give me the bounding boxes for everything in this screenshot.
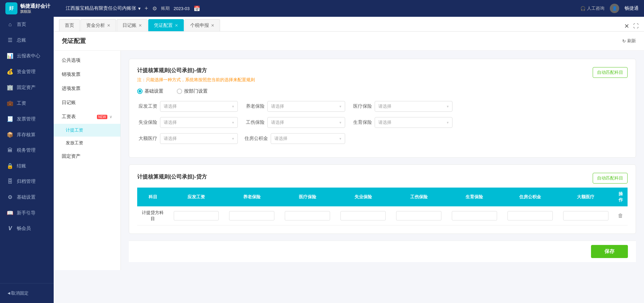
sidebar-item-settings[interactable]: ⚙ 基础设置: [0, 189, 54, 205]
field-maternity: 生育保险 请选择 ▾: [352, 117, 452, 128]
input-medical[interactable]: [285, 211, 330, 220]
cell-injury-input[interactable]: [391, 206, 447, 225]
support-label: 人工咨询: [587, 5, 604, 11]
two-panel: 公共选项 销项发票 进项发票 日记账 工资表 NEW: [54, 51, 644, 270]
tab-journal[interactable]: 日记账 ✕: [117, 19, 148, 31]
sidebar-item-salary[interactable]: 💼 工资: [0, 95, 54, 111]
sidebar-item-close[interactable]: 🔒 结账: [0, 158, 54, 174]
col-subject: 科目: [137, 188, 168, 206]
input-housing[interactable]: [507, 211, 553, 220]
select-housing-fund[interactable]: 请选择 ▾: [271, 133, 345, 144]
tab-home[interactable]: 首页: [59, 19, 80, 31]
radio-basic-dot: [137, 89, 143, 94]
select-medical[interactable]: 请选择 ▾: [375, 101, 452, 112]
sidebar-item-archive[interactable]: 🗄 归档管理: [0, 174, 54, 189]
add-icon[interactable]: +: [145, 5, 148, 12]
save-button[interactable]: 保存: [591, 245, 628, 258]
select-salary[interactable]: 请选择 ▾: [160, 101, 238, 112]
field-injury: 工伤保险 请选择 ▾: [245, 117, 345, 128]
left-menu-salary-table-label: 工资表: [62, 114, 76, 120]
cell-housing-input[interactable]: [502, 206, 558, 225]
input-large-medical[interactable]: [563, 211, 608, 220]
fullscreen-icon[interactable]: ⛶: [633, 23, 639, 29]
left-menu-calc-salary[interactable]: 计提工资: [54, 124, 120, 137]
tab-journal-close[interactable]: ✕: [139, 23, 142, 28]
logo-area: 好 畅捷通好会计 旗舰版: [5, 2, 59, 14]
field-housing-fund: 住房公积金 请选择 ▾: [245, 133, 345, 144]
tab-bar: 首页 资金分析 ✕ 日记账 ✕ 凭证配置 ✕ 个税申报 ✕ ✕ ⛶: [54, 17, 644, 32]
sidebar-item-vip[interactable]: V 畅会员: [0, 221, 54, 236]
tab-capital[interactable]: 资金分析 ✕: [80, 19, 116, 31]
app-edition: 旗舰版: [20, 9, 50, 14]
col-maternity: 生育保险: [446, 188, 502, 206]
select-maternity[interactable]: 请选择 ▾: [375, 117, 452, 128]
radio-dept[interactable]: 按部门设置: [177, 88, 208, 94]
sidebar-item-inventory[interactable]: 📦 库存核算: [0, 127, 54, 143]
tab-voucher-close[interactable]: ✕: [175, 23, 178, 28]
left-menu-salary-table[interactable]: 工资表 NEW ∨: [54, 110, 120, 124]
input-unemployment[interactable]: [340, 211, 386, 220]
left-panel: 公共选项 销项发票 进项发票 日记账 工资表 NEW: [54, 51, 121, 270]
label-maternity: 生育保险: [352, 119, 372, 125]
select-pension[interactable]: 请选择 ▾: [267, 101, 345, 112]
left-menu-fixed-assets[interactable]: 固定资产: [54, 149, 120, 163]
sidebar-item-tax[interactable]: 🏛 税务管理: [0, 143, 54, 158]
select-unemployment-arrow: ▾: [232, 120, 234, 125]
credit-auto-match-btn[interactable]: 自动匹配科目: [593, 173, 628, 184]
left-menu-public-label: 公共选项: [62, 57, 80, 63]
sidebar-item-home[interactable]: ⌂ 首页: [0, 17, 54, 32]
input-maternity[interactable]: [452, 211, 497, 220]
support-btn[interactable]: 🎧 人工咨询: [580, 5, 604, 11]
debit-auto-match-btn[interactable]: 自动匹配科目: [593, 67, 628, 78]
radio-basic[interactable]: 基础设置: [137, 88, 163, 94]
tab-capital-close[interactable]: ✕: [107, 23, 110, 28]
content-area: 首页 资金分析 ✕ 日记账 ✕ 凭证配置 ✕ 个税申报 ✕ ✕ ⛶: [54, 17, 644, 303]
company-selector[interactable]: 江西服宝精品有限责任公司内账张 ▾: [66, 5, 141, 11]
settings-icon[interactable]: ⚙: [152, 5, 157, 12]
left-menu-journal[interactable]: 日记账: [54, 96, 120, 110]
sidebar-item-ledger[interactable]: ☰ 总账: [0, 32, 54, 48]
input-pension[interactable]: [229, 211, 274, 220]
cell-large-medical-input[interactable]: [558, 206, 613, 225]
avatar[interactable]: 👤: [610, 4, 619, 13]
select-unemployment[interactable]: 请选择 ▾: [160, 117, 238, 128]
left-menu-purchase[interactable]: 进项发票: [54, 82, 120, 96]
top-bar-center: 江西服宝精品有限责任公司内账张 ▾ + ⚙ 账期 2023-03 📅: [59, 5, 580, 12]
sidebar-item-guide[interactable]: 📖 新手引导: [0, 205, 54, 221]
cell-pension-input[interactable]: [224, 206, 280, 225]
cell-delete[interactable]: 🗑: [613, 206, 628, 225]
cell-salary-input[interactable]: [168, 206, 224, 225]
select-large-medical[interactable]: 请选择 ▾: [160, 133, 238, 144]
tab-capital-label: 资金分析: [86, 22, 105, 29]
cell-unemployment-input[interactable]: [335, 206, 391, 225]
tab-close-icon[interactable]: ✕: [624, 22, 629, 30]
sidebar-item-invoice[interactable]: 🧾 发票管理: [0, 111, 54, 127]
sidebar-label-guide: 新手引导: [17, 210, 36, 216]
sidebar-label-home: 首页: [17, 21, 26, 28]
cell-medical-input[interactable]: [280, 206, 335, 225]
input-salary[interactable]: [174, 211, 219, 220]
table-row: 计提贷方科目 🗑: [137, 206, 628, 225]
sidebar-item-reports[interactable]: 📊 云报表中心: [0, 48, 54, 64]
tab-bar-actions: ✕ ⛶: [624, 22, 639, 31]
select-injury[interactable]: 请选择 ▾: [267, 117, 345, 128]
cancel-fixed-btn[interactable]: ◄取消固定: [0, 287, 54, 300]
headset-icon: 🎧: [580, 6, 586, 11]
cell-maternity-input[interactable]: [446, 206, 502, 225]
username: 畅捷通: [625, 5, 639, 11]
tab-tax-close[interactable]: ✕: [211, 23, 214, 28]
left-menu-fixed-assets-label: 固定资产: [62, 153, 80, 159]
refresh-btn[interactable]: ↻ 刷新: [622, 38, 636, 44]
field-unemployment: 失业保险 请选择 ▾: [137, 117, 238, 128]
sidebar-item-capital[interactable]: 💰 资金管理: [0, 64, 54, 80]
page-title: 凭证配置: [62, 37, 86, 45]
input-injury[interactable]: [396, 211, 441, 220]
delete-icon[interactable]: 🗑: [618, 213, 623, 218]
left-menu-public[interactable]: 公共选项: [54, 53, 120, 67]
calendar-icon[interactable]: 📅: [194, 5, 200, 12]
left-menu-sales[interactable]: 销项发票: [54, 67, 120, 82]
tab-tax[interactable]: 个税申报 ✕: [184, 19, 220, 31]
sidebar-item-assets[interactable]: 🏢 固定资产: [0, 80, 54, 95]
left-menu-pay-salary[interactable]: 发放工资: [54, 137, 120, 149]
tab-voucher[interactable]: 凭证配置 ✕: [148, 19, 184, 31]
